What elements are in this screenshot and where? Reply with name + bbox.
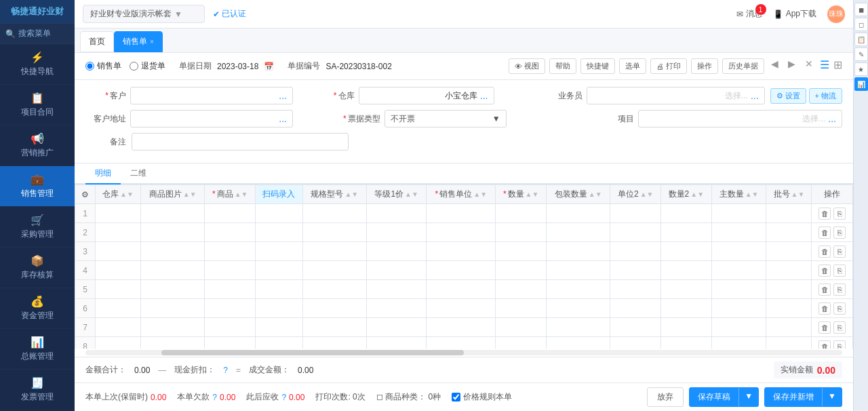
row-delete-icon[interactable]: 🗑 bbox=[818, 340, 831, 349]
invoice-type-select[interactable]: 不开票 ▼ bbox=[384, 110, 507, 128]
row-spec[interactable] bbox=[302, 261, 366, 280]
row-unit2[interactable] bbox=[610, 261, 661, 280]
project-input[interactable]: 选择... ... bbox=[638, 110, 842, 128]
app-download-button[interactable]: 📱 App下载 bbox=[773, 8, 816, 20]
row-qty2[interactable] bbox=[661, 242, 712, 261]
settings-button[interactable]: ⚙ 设置 bbox=[770, 88, 806, 104]
row-product[interactable] bbox=[205, 261, 256, 280]
row-pack-qty[interactable] bbox=[546, 242, 610, 261]
row-price1[interactable] bbox=[367, 318, 427, 337]
row-batch-import[interactable] bbox=[256, 242, 303, 261]
row-spec[interactable] bbox=[302, 318, 366, 337]
row-pack-qty[interactable] bbox=[546, 337, 610, 349]
row-product[interactable] bbox=[205, 204, 256, 223]
row-sales-unit[interactable] bbox=[427, 299, 496, 318]
row-product-img[interactable] bbox=[141, 280, 205, 299]
row-quantity[interactable] bbox=[496, 223, 547, 242]
sidebar-item-marketing[interactable]: 📢 营销推广 bbox=[0, 125, 75, 166]
row-price1[interactable] bbox=[367, 337, 427, 349]
sidebar-item-purchase[interactable]: 🛒 采购管理 bbox=[0, 207, 75, 248]
row-spec[interactable] bbox=[302, 337, 366, 349]
scroll-thumb[interactable] bbox=[161, 350, 464, 355]
toolbar-history-btn[interactable]: 历史单据 bbox=[722, 58, 764, 74]
right-icon-6[interactable]: 📊 bbox=[854, 77, 868, 91]
row-price1[interactable] bbox=[367, 261, 427, 280]
row-quantity[interactable] bbox=[496, 337, 547, 349]
row-unit2[interactable] bbox=[610, 299, 661, 318]
row-sales-unit[interactable] bbox=[427, 242, 496, 261]
sidebar-item-quicknav[interactable]: ⚡ 快捷导航 bbox=[0, 44, 75, 85]
row-qty2[interactable] bbox=[661, 223, 712, 242]
row-pack-qty[interactable] bbox=[546, 280, 610, 299]
row-batch[interactable] bbox=[766, 261, 812, 280]
toolbar-select-btn[interactable]: 选单 bbox=[619, 58, 646, 74]
row-sales-unit[interactable] bbox=[427, 280, 496, 299]
row-product-img[interactable] bbox=[141, 318, 205, 337]
row-delete-icon[interactable]: 🗑 bbox=[818, 208, 831, 220]
row-quantity[interactable] bbox=[496, 204, 547, 223]
row-warehouse[interactable] bbox=[96, 204, 141, 223]
row-sales-unit[interactable] bbox=[427, 223, 496, 242]
row-product[interactable] bbox=[205, 299, 256, 318]
row-spec[interactable] bbox=[302, 242, 366, 261]
row-batch-import[interactable] bbox=[256, 337, 303, 349]
row-delete-icon[interactable]: 🗑 bbox=[818, 265, 831, 277]
sidebar-item-inventory[interactable]: 📦 库存核算 bbox=[0, 248, 75, 288]
row-spec[interactable] bbox=[302, 280, 366, 299]
row-delete-icon[interactable]: 🗑 bbox=[818, 302, 831, 315]
row-product-img[interactable] bbox=[141, 261, 205, 280]
row-product[interactable] bbox=[205, 242, 256, 261]
tab-sales-order[interactable]: 销售单 × bbox=[114, 31, 163, 52]
nav-prev-icon[interactable]: ◀ bbox=[768, 58, 781, 74]
customer-input[interactable]: ... bbox=[130, 87, 293, 104]
customer-dots[interactable]: ... bbox=[279, 90, 287, 101]
row-product-img[interactable] bbox=[141, 223, 205, 242]
salesman-input[interactable]: 选择... ... bbox=[587, 87, 765, 104]
row-product[interactable] bbox=[205, 337, 256, 349]
col-settings[interactable]: ⚙ bbox=[75, 185, 96, 204]
view-grid-icon[interactable]: ⊞ bbox=[833, 58, 842, 74]
row-product-img[interactable] bbox=[141, 299, 205, 318]
row-warehouse[interactable] bbox=[96, 280, 141, 299]
row-warehouse[interactable] bbox=[96, 337, 141, 349]
right-icon-1[interactable]: ◼ bbox=[854, 3, 868, 16]
row-main-qty[interactable] bbox=[711, 223, 766, 242]
row-pack-qty[interactable] bbox=[546, 223, 610, 242]
price-policy-checkbox[interactable]: 价格规则本单 bbox=[452, 391, 512, 403]
row-delete-icon[interactable]: 🗑 bbox=[818, 227, 831, 239]
nav-next-icon[interactable]: ▶ bbox=[785, 58, 798, 74]
row-batch-import[interactable] bbox=[256, 318, 303, 337]
row-qty2[interactable] bbox=[661, 337, 712, 349]
row-pack-qty[interactable] bbox=[546, 261, 610, 280]
toolbar-view-btn[interactable]: 👁 视图 bbox=[509, 58, 545, 74]
remarks-input[interactable] bbox=[132, 133, 349, 151]
row-pack-qty[interactable] bbox=[546, 299, 610, 318]
warehouse-dots[interactable]: ... bbox=[480, 90, 488, 101]
data-table-wrap[interactable]: ⚙ 仓库 ▲▼ 商品图片 ▲▼ bbox=[75, 184, 853, 349]
company-selector[interactable]: 好业财专业版演示帐套 ▼ bbox=[83, 5, 205, 23]
row-price1[interactable] bbox=[367, 204, 427, 223]
row-unit2[interactable] bbox=[610, 318, 661, 337]
row-product-img[interactable] bbox=[141, 337, 205, 349]
row-batch-import[interactable] bbox=[256, 223, 303, 242]
save-new-button[interactable]: 保存并新增 ▼ bbox=[764, 387, 842, 407]
logistics-button[interactable]: + 物流 bbox=[809, 88, 842, 104]
radio-sales-order[interactable]: 销售单 bbox=[85, 60, 121, 72]
warehouse-input[interactable]: 小宝仓库 ... bbox=[359, 87, 494, 104]
row-product[interactable] bbox=[205, 280, 256, 299]
row-main-qty[interactable] bbox=[711, 204, 766, 223]
toolbar-help-btn[interactable]: 帮助 bbox=[549, 58, 576, 74]
help-icon[interactable]: ? bbox=[223, 366, 228, 375]
row-main-qty[interactable] bbox=[711, 280, 766, 299]
col-batch-import[interactable]: 扫码录入 bbox=[256, 185, 303, 204]
right-icon-3[interactable]: 📋 bbox=[854, 33, 868, 46]
row-copy-icon[interactable]: ⎘ bbox=[833, 302, 846, 315]
row-price1[interactable] bbox=[367, 223, 427, 242]
row-batch-import[interactable] bbox=[256, 299, 303, 318]
row-copy-icon[interactable]: ⎘ bbox=[833, 246, 846, 258]
help-recv-icon[interactable]: ? bbox=[281, 393, 286, 402]
row-batch[interactable] bbox=[766, 318, 812, 337]
row-sales-unit[interactable] bbox=[427, 318, 496, 337]
tab-detail[interactable]: 明细 bbox=[85, 163, 121, 184]
row-main-qty[interactable] bbox=[711, 299, 766, 318]
